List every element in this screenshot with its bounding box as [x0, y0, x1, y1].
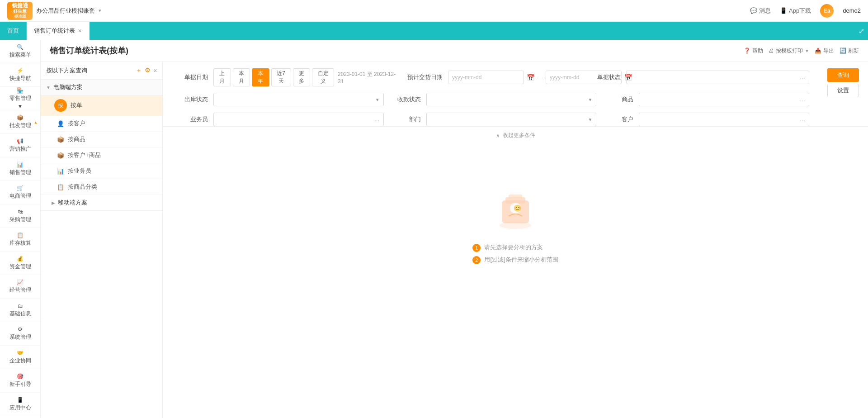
empty-tip-2: 2 用[过滤]条件来缩小分析范围	[472, 256, 558, 264]
finance-icon: 💰	[17, 256, 24, 262]
mobile-group-header[interactable]: ▶ 移动端方案	[41, 195, 162, 211]
sidebar-label-marketing: 营销推广	[9, 145, 31, 153]
sidebar-label-inventory: 库存核算	[9, 239, 31, 247]
filter-row-1: 单据日期 上月 本月 本年 近7天 更多 自定义 20	[172, 68, 809, 86]
sidebar-item-finance[interactable]: 💰 资金管理	[0, 252, 40, 275]
payment-select[interactable]: ▼	[426, 93, 597, 106]
date-btn-this-month[interactable]: 本月	[233, 68, 250, 86]
print-dropdown-icon[interactable]: ▼	[805, 48, 809, 53]
export-btn[interactable]: 📤 导出	[815, 47, 834, 55]
sidebar-item-system[interactable]: ⚙ 系统管理	[0, 322, 40, 346]
salesman-select[interactable]: …	[213, 113, 384, 126]
pc-group-header[interactable]: ▼ 电脑端方案	[41, 80, 162, 95]
date-btn-more[interactable]: 更多	[293, 68, 311, 86]
settings-button[interactable]: 设置	[827, 84, 859, 97]
scheme-item-by-order[interactable]: 按 按单	[41, 95, 162, 116]
calendar-icon-1[interactable]: 📅	[527, 74, 534, 81]
main-content: 销售订单统计表(按单) ❓ 帮助 🖨 按模板打印 ▼ 📤 导出 🔄 刷新	[41, 40, 868, 418]
tab-sales-order[interactable]: 销售订单统计表 ✕	[27, 22, 90, 40]
sidebar-item-retail[interactable]: 🏪 零售管理	[0, 87, 40, 110]
sidebar-item-guide[interactable]: 🎯 新手引导	[0, 369, 40, 393]
sidebar-item-inventory[interactable]: 📋 库存核算	[0, 228, 40, 252]
tab-home[interactable]: 首页	[0, 22, 27, 40]
customer-select[interactable]: …	[639, 113, 809, 126]
username: demo2	[843, 7, 861, 14]
company-dropdown-icon[interactable]: ▾	[99, 8, 101, 14]
sidebar-item-appcenter[interactable]: 📱 应用中心	[0, 393, 40, 416]
filter-department-control: ▼	[426, 113, 597, 126]
pc-group-arrow: ▼	[46, 85, 51, 90]
collab-icon: 🤝	[17, 350, 24, 356]
settings-scheme-icon[interactable]: ⚙	[145, 66, 151, 75]
right-panel: 单据日期 上月 本月 本年 近7天 更多 自定义 20	[163, 62, 868, 418]
app-label: App下载	[789, 7, 811, 15]
scheme-item-by-customer-product[interactable]: 📦 按客户+商品	[41, 147, 162, 163]
filter-fields: 单据日期 上月 本月 本年 近7天 更多 自定义 20	[163, 62, 818, 126]
pc-group-label: 电脑端方案	[53, 83, 83, 91]
scheme-item-by-category[interactable]: 📋 按商品分类	[41, 179, 162, 195]
mobile-group-arrow: ▶	[52, 200, 55, 205]
collapse-panel-icon[interactable]: «	[153, 66, 157, 75]
tip-num-1: 1	[472, 244, 481, 252]
retail-icon: 🏪	[17, 87, 24, 94]
sidebar-label-sales: 销售管理	[9, 169, 31, 176]
date-btn-last-month[interactable]: 上月	[213, 68, 231, 86]
by-order-active-icon: 按	[54, 99, 67, 112]
tabbar-actions: ⤢	[855, 27, 868, 35]
help-btn[interactable]: ❓ 帮助	[744, 47, 763, 55]
query-button[interactable]: 查询	[827, 68, 859, 82]
sidebar-item-sales[interactable]: 📊 销售管理	[0, 157, 40, 181]
sidebar-label-appcenter: 应用中心	[9, 404, 31, 412]
filter-customer-control: …	[639, 113, 809, 126]
search-icon: 🔍	[17, 44, 24, 50]
department-chevron-icon: ▼	[588, 117, 592, 122]
scheme-item-label-by-customer: 按客户	[68, 119, 85, 128]
sidebar-item-wechat[interactable]: 💬 企业微信	[0, 416, 40, 418]
export-icon: 📤	[815, 48, 821, 54]
tab-expand-icon[interactable]: ⤢	[859, 27, 864, 35]
date-btn-this-year[interactable]: 本年	[252, 68, 269, 86]
sidebar-item-quicknav[interactable]: ⚡ 快捷导航	[0, 63, 40, 87]
sidebar-item-purchase[interactable]: 🛍 采购管理	[0, 204, 40, 228]
sidebar-label-search: 搜索菜单	[9, 51, 31, 59]
sidebar-label-ecommerce: 电商管理	[9, 192, 31, 200]
sidebar-item-ecommerce[interactable]: 🛒 电商管理	[0, 181, 40, 204]
filter-status-control: …	[626, 71, 809, 84]
company-name: 办公用品行业模拟账套	[36, 7, 95, 15]
status-select[interactable]: …	[626, 71, 809, 84]
refresh-btn[interactable]: 🔄 刷新	[840, 47, 859, 55]
sidebar-item-search[interactable]: 🔍 搜索菜单	[0, 40, 40, 63]
sidebar-item-operations[interactable]: 📈 经营管理	[0, 275, 40, 299]
sidebar-item-wholesale[interactable]: 📦 批发管理	[0, 110, 40, 134]
ecommerce-icon: 🛒	[17, 185, 24, 191]
outbound-select[interactable]: ▼	[213, 93, 384, 106]
filter-label-delivery-date: 预计交货日期	[402, 73, 443, 81]
message-action[interactable]: 💬 消息	[750, 7, 771, 15]
sidebar-item-collab[interactable]: 🤝 企业协同	[0, 346, 40, 369]
by-customer-icon: 👤	[57, 120, 64, 127]
filter-outbound-control: ▼	[213, 93, 384, 106]
collapse-more-btn[interactable]: ∧ 收起更多条件	[163, 127, 868, 144]
sidebar-item-marketing[interactable]: 📢 营销推广	[0, 134, 40, 157]
payment-chevron-icon: ▼	[588, 97, 592, 102]
add-scheme-icon[interactable]: ＋	[136, 66, 142, 75]
date-btn-last-7-days[interactable]: 近7天	[271, 68, 291, 86]
tab-close-icon[interactable]: ✕	[78, 28, 82, 34]
scheme-item-by-customer[interactable]: 👤 按客户	[41, 116, 162, 132]
app-download-action[interactable]: 📱 App下载	[780, 7, 811, 15]
filter-label-outbound: 出库状态	[172, 95, 208, 104]
left-panel-icons: ＋ ⚙ «	[136, 66, 157, 75]
by-salesman-icon: 📊	[57, 168, 64, 175]
date-btn-custom[interactable]: 自定义	[312, 68, 334, 86]
department-select[interactable]: ▼	[426, 113, 597, 126]
delivery-date-from[interactable]	[448, 71, 524, 84]
print-btn[interactable]: 🖨 按模板打印 ▼	[769, 47, 809, 55]
filter-label-date: 单据日期	[172, 73, 208, 81]
sidebar-label-quicknav: 快捷导航	[9, 75, 31, 82]
scheme-item-by-product[interactable]: 📦 按商品	[41, 132, 162, 147]
sidebar-item-basic[interactable]: 🗂 基础信息	[0, 299, 40, 322]
product-select[interactable]: …	[639, 93, 809, 106]
scheme-item-by-salesman[interactable]: 📊 按业务员	[41, 163, 162, 179]
product-ellipsis-icon: …	[800, 96, 805, 103]
topbar-right: 💬 消息 📱 App下载 Ea demo2	[750, 4, 861, 18]
